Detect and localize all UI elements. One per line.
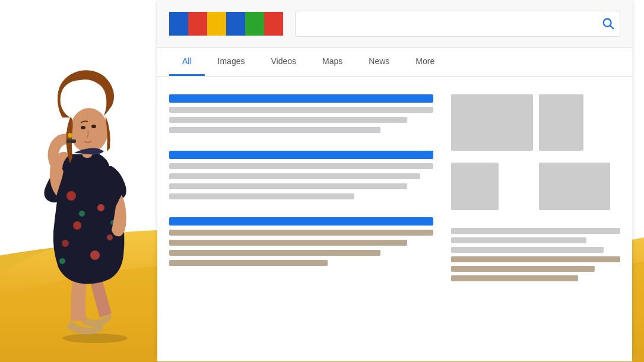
result-line-3-1 (169, 230, 433, 236)
tab-news[interactable]: News (356, 48, 402, 76)
result-title-1[interactable] (169, 94, 433, 103)
side-line-4 (451, 256, 620, 262)
right-column (451, 94, 620, 350)
svg-point-5 (73, 221, 81, 230)
tab-more[interactable]: More (402, 48, 448, 76)
image-thumb-3[interactable] (451, 163, 499, 210)
logo-block-red1 (188, 12, 207, 36)
svg-point-14 (70, 108, 108, 153)
logo-block-blue2 (226, 12, 245, 36)
side-text-lines (451, 228, 620, 281)
result-line-2-2 (169, 173, 420, 179)
svg-point-3 (66, 191, 76, 201)
search-input[interactable] (300, 19, 602, 29)
result-line-2-3 (169, 183, 407, 189)
svg-point-4 (97, 204, 104, 211)
side-line-6 (451, 275, 578, 281)
result-title-2[interactable] (169, 151, 433, 159)
logo (169, 12, 283, 36)
result-line-2-4 (169, 193, 354, 199)
result-item-1 (169, 94, 433, 133)
side-line-1 (451, 228, 620, 234)
logo-block-blue1 (169, 12, 188, 36)
image-thumb-1[interactable] (451, 94, 533, 151)
svg-point-16 (91, 125, 96, 128)
search-bar[interactable] (295, 11, 620, 37)
result-line-3-4 (169, 260, 328, 266)
results-column (169, 94, 433, 350)
svg-point-6 (107, 234, 113, 240)
result-line-1-3 (169, 127, 380, 133)
logo-block-yellow (207, 12, 226, 36)
result-line-3-3 (169, 250, 380, 256)
result-item-2 (169, 151, 433, 199)
svg-point-8 (90, 250, 100, 260)
image-thumb-4[interactable] (539, 163, 610, 210)
tab-videos[interactable]: Videos (258, 48, 309, 76)
tab-all[interactable]: All (169, 48, 205, 76)
result-line-1-2 (169, 117, 407, 123)
header (157, 0, 632, 48)
tab-maps[interactable]: Maps (309, 48, 356, 76)
result-line-3-2 (169, 240, 407, 246)
image-thumb-2[interactable] (539, 94, 583, 151)
woman-svg (18, 47, 148, 344)
svg-line-20 (610, 26, 613, 28)
side-line-3 (451, 247, 604, 253)
result-line-2-1 (169, 163, 433, 169)
tab-images[interactable]: Images (205, 48, 258, 76)
svg-point-11 (59, 258, 65, 264)
side-line-5 (451, 266, 595, 272)
main-content (157, 77, 632, 361)
result-line-1-1 (169, 107, 433, 113)
search-button[interactable] (602, 17, 615, 30)
svg-point-2 (62, 334, 128, 343)
result-item-3 (169, 217, 433, 266)
svg-point-15 (81, 126, 85, 129)
svg-rect-18 (66, 139, 76, 143)
side-line-2 (451, 237, 586, 243)
image-grid-bottom (451, 163, 620, 210)
logo-block-green (245, 12, 264, 36)
logo-block-red2 (264, 12, 283, 36)
svg-point-7 (62, 240, 69, 247)
svg-point-9 (79, 211, 85, 217)
image-grid-top (451, 94, 620, 151)
nav-tabs: All Images Videos Maps News More (157, 48, 632, 77)
result-title-3[interactable] (169, 217, 433, 226)
svg-point-17 (68, 133, 72, 138)
woman-figure (18, 47, 148, 332)
search-icon (602, 17, 615, 30)
search-panel: All Images Videos Maps News More (157, 0, 632, 356)
